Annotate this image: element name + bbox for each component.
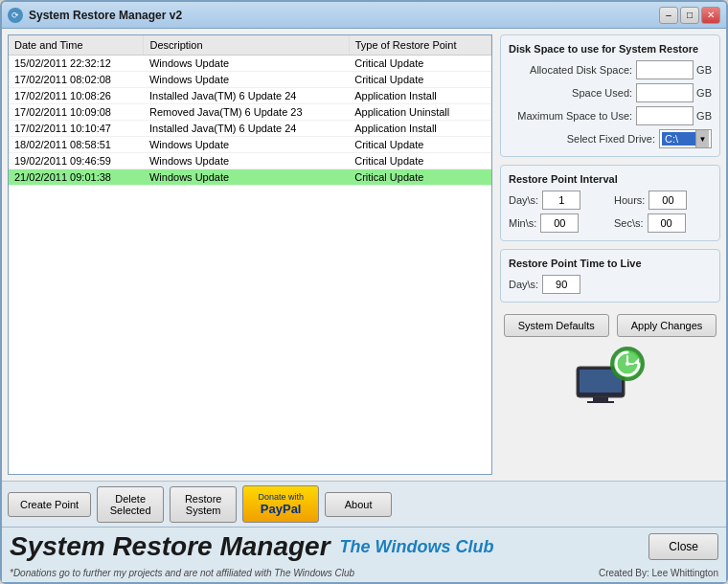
apply-changes-button[interactable]: Apply Changes [617,314,717,337]
table-cell-desc: Windows Update [144,72,349,88]
col-header-type: Type of Restore Point [349,35,490,56]
max-unit: GB [696,110,712,122]
hours-item: Hours: [614,191,712,210]
table-cell-date: 17/02/2011 10:08:26 [9,88,144,104]
table-cell-desc: Installed Java(TM) 6 Update 24 [144,121,349,137]
table-row[interactable]: 15/02/2011 22:32:12Windows UpdateCritica… [9,56,491,72]
table-row[interactable]: 21/02/2011 09:01:38Windows UpdateCritica… [9,169,491,186]
table-cell-type: Critical Update [349,72,490,88]
table-cell-type: Application Uninstall [349,104,490,121]
table-cell-date: 21/02/2011 09:01:38 [9,169,144,186]
delete-selected-button[interactable]: Delete Selected [97,486,164,523]
hours-input[interactable] [648,191,687,210]
table-cell-type: Application Install [349,121,490,137]
right-panel: Disk Space to use for System Restore All… [500,34,720,475]
create-point-button[interactable]: Create Point [8,492,91,517]
mins-input[interactable] [540,213,579,233]
table-cell-desc: Removed Java(TM) 6 Update 23 [144,104,349,121]
left-panel: Date and Time Description Type of Restor… [8,34,492,475]
drive-select-label: Select Fixed Drive: [567,133,655,145]
table-row[interactable]: 17/02/2011 10:09:08Removed Java(TM) 6 Up… [9,104,491,121]
table-row[interactable]: 19/02/2011 09:46:59Windows UpdateCritica… [9,153,491,169]
allocated-input[interactable] [636,60,694,79]
table-cell-type: Application Install [349,88,490,104]
restore-system-button[interactable]: Restore System [170,486,237,523]
drive-combo[interactable]: C:\ ▼ [659,129,712,148]
restore-points-table-container[interactable]: Date and Time Description Type of Restor… [8,34,492,475]
paypal-donate-button[interactable]: Donate with PayPal [242,485,319,523]
table-cell-type: Critical Update [349,153,490,169]
footer-note: *Donations go to further my projects and… [10,568,354,578]
disk-space-title: Disk Space to use for System Restore [509,43,712,55]
table-row[interactable]: 17/02/2011 10:10:47Installed Java(TM) 6 … [9,121,491,137]
footer-credit: Created By: Lee Whittington [599,568,718,578]
used-unit: GB [696,87,712,99]
ttl-days-label: Day\s: [509,279,538,290]
restore-graphic-icon [572,343,648,405]
title-bar: ⟳ System Restore Manager v2 – □ ✕ [2,2,726,29]
max-input[interactable] [636,106,694,125]
ttl-row: Day\s: [509,275,712,294]
used-label: Space Used: [572,87,632,99]
allocated-unit: GB [696,64,712,76]
restore-points-table: Date and Time Description Type of Restor… [9,35,491,186]
col-header-date: Date and Time [9,35,144,56]
table-row[interactable]: 17/02/2011 10:08:26Installed Java(TM) 6 … [9,88,491,104]
col-header-desc: Description [144,35,349,56]
table-cell-desc: Windows Update [144,137,349,153]
bottom-main: System Restore Manager The Windows Club … [2,528,726,566]
table-cell-date: 17/02/2011 10:10:47 [9,121,144,137]
svg-rect-3 [587,401,614,403]
title-bar-buttons: – □ ✕ [659,7,720,24]
ttl-days-input[interactable] [542,275,580,294]
main-window: ⟳ System Restore Manager v2 – □ ✕ Date a… [0,0,728,584]
maximize-button[interactable]: □ [680,7,699,24]
table-cell-desc: Windows Update [144,153,349,169]
used-row: Space Used: GB [509,83,712,102]
drive-select-row: Select Fixed Drive: C:\ ▼ [509,129,712,148]
about-button[interactable]: About [325,492,392,517]
drive-combo-arrow-icon: ▼ [695,130,709,147]
bottom-footer: *Donations go to further my projects and… [2,566,726,582]
table-row[interactable]: 18/02/2011 08:58:51Windows UpdateCritica… [9,137,491,153]
secs-label: Sec\s: [614,217,644,229]
app-icon: ⟳ [8,8,23,23]
ttl-group: Restore Point Time to Live Day\s: [500,249,720,303]
days-input[interactable] [542,191,580,210]
max-row: Maximum Space to Use: GB [509,106,712,125]
bottom-area: System Restore Manager The Windows Club … [2,527,726,582]
max-label: Maximum Space to Use: [517,110,632,122]
paypal-donate-label: Donate with [255,492,307,502]
paypal-brand-label: PayPal [261,502,302,516]
table-cell-date: 18/02/2011 08:58:51 [9,137,144,153]
mins-label: Min\s: [509,217,536,229]
minimize-button[interactable]: – [659,7,678,24]
mins-item: Min\s: [509,213,606,233]
ttl-title: Restore Point Time to Live [509,258,712,269]
secs-item: Sec\s: [614,213,712,233]
logo-area [500,345,720,402]
app-title: System Restore Manager [10,531,330,562]
secs-input[interactable] [648,213,686,233]
interval-grid: Day\s: Hours: Min\s: Sec\s: [509,191,712,233]
interval-title: Restore Point Interval [509,173,712,185]
disk-space-group: Disk Space to use for System Restore All… [500,34,720,157]
table-header-row: Date and Time Description Type of Restor… [9,35,491,56]
table-cell-date: 15/02/2011 22:32:12 [9,56,144,72]
footer-buttons-bar: Create Point Delete Selected Restore Sys… [2,481,726,527]
title-close-button[interactable]: ✕ [701,7,720,24]
system-defaults-button[interactable]: System Defaults [504,314,609,337]
table-cell-date: 17/02/2011 10:09:08 [9,104,144,121]
used-input[interactable] [636,83,694,102]
table-cell-desc: Windows Update [144,56,349,72]
hours-label: Hours: [614,194,645,206]
svg-rect-2 [593,397,608,401]
content-area: Date and Time Description Type of Restor… [2,29,726,481]
table-row[interactable]: 17/02/2011 08:02:08Windows UpdateCritica… [9,72,491,88]
action-buttons: System Defaults Apply Changes [500,314,720,337]
table-cell-date: 19/02/2011 09:46:59 [9,153,144,169]
table-cell-desc: Windows Update [144,169,349,186]
days-item: Day\s: [509,191,606,210]
table-cell-type: Critical Update [349,56,490,72]
close-main-button[interactable]: Close [648,533,718,560]
